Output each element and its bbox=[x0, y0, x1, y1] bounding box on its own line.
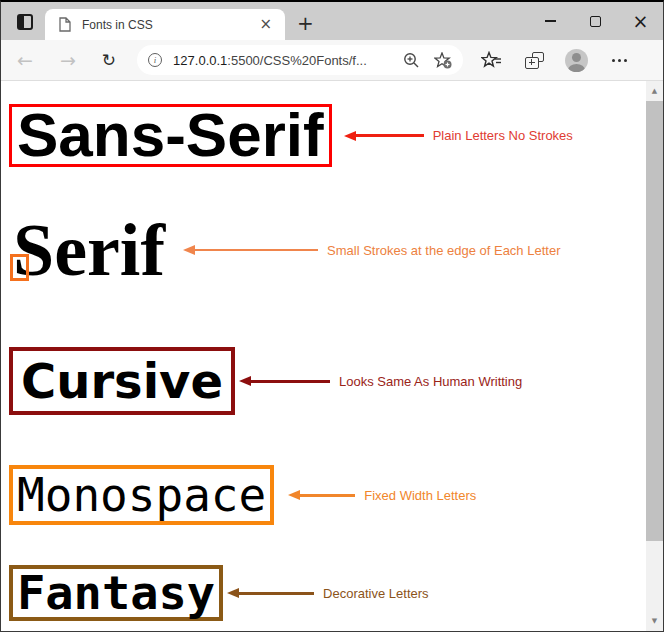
left-arrow bbox=[239, 376, 330, 386]
page-content: Sans-Serif Plain Letters No Strokes Seri… bbox=[1, 81, 663, 631]
minimize-button[interactable] bbox=[528, 2, 573, 40]
vertical-scrollbar[interactable]: ▲ ▼ bbox=[646, 81, 663, 631]
browser-window: Fonts in CSS × + × ← → ↻ i 127.0.0.1:550… bbox=[0, 0, 664, 632]
sans-serif-heading: Sans-Serif bbox=[9, 104, 332, 167]
fantasy-annotation: Decorative Letters bbox=[323, 586, 429, 601]
fantasy-heading: Fantasy bbox=[9, 565, 223, 621]
monospace-heading: Monospace bbox=[9, 465, 274, 525]
toolbar-right bbox=[463, 49, 643, 72]
monospace-annotation: Fixed Width Letters bbox=[364, 488, 476, 503]
cursive-annotation: Looks Same As Human Writting bbox=[339, 374, 522, 389]
arrow-head-icon bbox=[183, 245, 195, 255]
arrow-line bbox=[239, 592, 314, 595]
scrollbar-thumb[interactable] bbox=[646, 101, 663, 541]
tab-actions-button[interactable] bbox=[13, 10, 37, 34]
arrow-line bbox=[300, 494, 355, 497]
collections-front-shape bbox=[525, 57, 539, 69]
url-path: :5500/CSS%20Fonts/f... bbox=[227, 53, 366, 68]
zoom-icon[interactable] bbox=[403, 52, 420, 69]
address-bar[interactable]: i 127.0.0.1:5500/CSS%20Fonts/f... bbox=[137, 45, 463, 75]
arrow-line bbox=[251, 380, 330, 383]
arrow-line bbox=[195, 249, 318, 251]
section-sans-serif: Sans-Serif Plain Letters No Strokes bbox=[9, 104, 663, 167]
tab-title: Fonts in CSS bbox=[82, 18, 256, 32]
tab-strip: Fonts in CSS × + × bbox=[1, 2, 663, 40]
cursive-heading: Cursive bbox=[9, 347, 235, 415]
close-icon: × bbox=[633, 12, 649, 31]
maximize-icon bbox=[590, 16, 601, 27]
tab-actions-icon bbox=[17, 14, 33, 30]
serif-heading: Serif bbox=[9, 213, 171, 287]
close-window-button[interactable]: × bbox=[618, 2, 663, 40]
scroll-up-icon[interactable]: ▲ bbox=[646, 83, 663, 99]
maximize-button[interactable] bbox=[573, 2, 618, 40]
arrow-line bbox=[356, 134, 424, 137]
scroll-down-icon[interactable]: ▼ bbox=[646, 613, 663, 629]
section-monospace: Monospace Fixed Width Letters bbox=[9, 465, 663, 525]
back-button[interactable]: ← bbox=[17, 51, 33, 70]
arrow-head-icon bbox=[227, 588, 239, 598]
tab-close-icon[interactable]: × bbox=[256, 17, 275, 32]
url-domain: 127.0.0.1 bbox=[173, 53, 227, 68]
add-favorite-icon[interactable] bbox=[434, 52, 452, 69]
serif-stroke-highlight-box bbox=[10, 254, 29, 281]
tab-fonts-in-css[interactable]: Fonts in CSS × bbox=[45, 9, 285, 40]
arrow-head-icon bbox=[239, 376, 251, 386]
url-text[interactable]: 127.0.0.1:5500/CSS%20Fonts/f... bbox=[173, 53, 389, 68]
collections-icon[interactable] bbox=[525, 52, 544, 69]
sans-serif-annotation: Plain Letters No Strokes bbox=[433, 128, 573, 143]
section-serif: Serif Small Strokes at the edge of Each … bbox=[9, 213, 663, 287]
site-info-icon[interactable]: i bbox=[148, 53, 162, 67]
page-favicon-icon bbox=[59, 17, 71, 32]
profile-avatar[interactable] bbox=[565, 49, 588, 72]
forward-button[interactable]: → bbox=[60, 51, 76, 70]
refresh-button[interactable]: ↻ bbox=[102, 52, 116, 69]
left-arrow bbox=[288, 490, 355, 500]
left-arrow bbox=[344, 131, 424, 141]
arrow-head-icon bbox=[288, 490, 300, 500]
new-tab-button[interactable]: + bbox=[297, 13, 314, 33]
settings-menu-icon[interactable] bbox=[612, 59, 627, 62]
section-cursive: Cursive Looks Same As Human Writting bbox=[9, 347, 663, 415]
serif-annotation: Small Strokes at the edge of Each Letter bbox=[327, 243, 560, 258]
minimize-icon bbox=[545, 20, 556, 22]
left-arrow bbox=[227, 588, 314, 598]
window-controls: × bbox=[528, 2, 663, 40]
favorites-icon[interactable] bbox=[481, 51, 502, 69]
serif-heading-text: Serif bbox=[13, 209, 165, 291]
arrow-head-icon bbox=[344, 131, 356, 141]
section-fantasy: Fantasy Decorative Letters bbox=[9, 565, 663, 621]
left-arrow bbox=[183, 245, 318, 255]
toolbar: ← → ↻ i 127.0.0.1:5500/CSS%20Fonts/f... bbox=[1, 40, 663, 81]
